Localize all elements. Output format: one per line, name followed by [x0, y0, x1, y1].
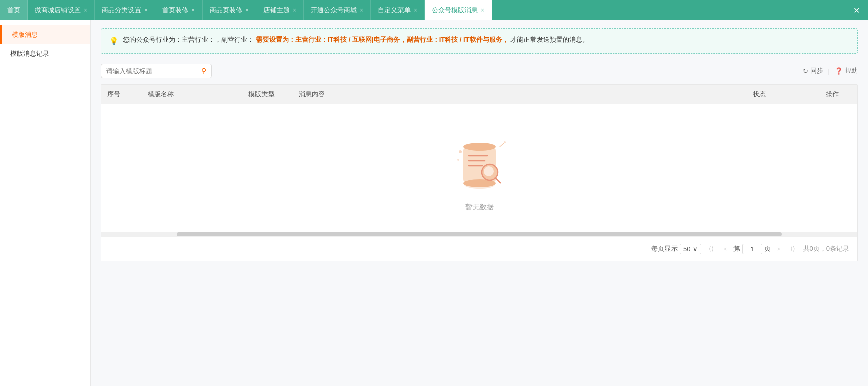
chevron-down-icon: ∨ [693, 245, 698, 253]
tab-mall[interactable]: 开通公众号商城 × [304, 0, 371, 20]
scrollbar-thumb[interactable] [177, 232, 782, 236]
tab-menu-label: 自定义菜单 [378, 6, 411, 15]
tab-homepage-label: 首页装修 [162, 6, 188, 15]
col-seq: 序号 [101, 85, 142, 104]
svg-point-10 [459, 150, 462, 153]
last-page-button[interactable]: ⟩⟩ [787, 243, 799, 255]
sidebar: 模版消息 模版消息记录 [0, 20, 91, 386]
svg-point-11 [457, 159, 459, 161]
table-header: 序号 模版名称 模版类型 消息内容 状态 操作 [101, 85, 857, 104]
pagination: 每页显示 50 ∨ ⟨⟨ ＜ 第 页 ＞ ⟩⟩ 共0页，0条记录 [101, 236, 857, 261]
tab-theme-close[interactable]: × [293, 7, 296, 14]
search-input[interactable] [106, 67, 201, 75]
col-type: 模版类型 [242, 85, 293, 104]
toolbar-divider: | [828, 67, 830, 75]
svg-point-8 [484, 166, 494, 176]
alert-box: 💡 您的公众号行业为：主营行业：，副营行业： 需要设置为：主营行业：IT科技 /… [101, 28, 858, 54]
page-suffix: 页 [764, 244, 771, 253]
help-circle-icon: ❓ [835, 67, 843, 75]
tab-template-close[interactable]: × [481, 7, 484, 14]
tab-template-label: 公众号模版消息 [432, 6, 478, 15]
page-size-value: 50 [683, 245, 690, 253]
alert-suffix: 才能正常发送预置的消息。 [510, 36, 589, 43]
tab-category[interactable]: 商品分类设置 × [95, 0, 155, 20]
alert-icon: 💡 [109, 35, 119, 47]
sidebar-item-template-msg[interactable]: 模版消息 [0, 25, 90, 44]
tab-product-label: 商品页装修 [210, 6, 242, 15]
page-number-input[interactable] [742, 244, 762, 254]
tab-home-label: 首页 [7, 6, 20, 15]
alert-prefix: 您的公众号行业为：主营行业：，副营行业： [123, 36, 254, 43]
page-nav: ⟨⟨ ＜ 第 页 ＞ ⟩⟩ [705, 243, 799, 255]
help-button[interactable]: ❓ 帮助 [835, 66, 858, 75]
tab-weshop-close[interactable]: × [84, 7, 87, 14]
tab-mall-close[interactable]: × [360, 7, 363, 14]
svg-point-2 [463, 143, 496, 151]
tab-theme-label: 店铺主题 [263, 6, 290, 15]
toolbar-right: ↻ 同步 | ❓ 帮助 [803, 66, 858, 75]
col-content: 消息内容 [293, 85, 747, 104]
page-size-label: 每页显示 [651, 244, 678, 253]
tab-product[interactable]: 商品页装修 × [203, 0, 256, 20]
help-label: 帮助 [845, 66, 858, 75]
tab-category-close[interactable]: × [144, 7, 148, 14]
page-size-select-box[interactable]: 50 ∨ [680, 244, 701, 254]
tab-weshop[interactable]: 微商城店铺设置 × [28, 0, 95, 20]
sidebar-item-template-msg-label: 模版消息 [12, 31, 38, 38]
tab-category-label: 商品分类设置 [102, 6, 141, 15]
tab-homepage-close[interactable]: × [191, 7, 195, 14]
prev-page-button[interactable]: ＜ [719, 243, 731, 255]
empty-state: 暂无数据 [101, 104, 857, 232]
page-prefix: 第 [733, 244, 740, 253]
sync-label: 同步 [810, 66, 823, 75]
tab-menu[interactable]: 自定义菜单 × [371, 0, 425, 20]
sidebar-item-template-log-label: 模版消息记录 [10, 50, 49, 57]
tab-template[interactable]: 公众号模版消息 × [425, 0, 492, 20]
tab-mall-label: 开通公众号商城 [311, 6, 357, 15]
alert-text: 您的公众号行业为：主营行业：，副营行业： 需要设置为：主营行业：IT科技 / 互… [123, 35, 589, 45]
first-page-button[interactable]: ⟨⟨ [705, 243, 717, 255]
tab-home[interactable]: 首页 [0, 0, 28, 20]
col-name: 模版名称 [142, 85, 242, 104]
total-info: 共0页，0条记录 [803, 244, 849, 253]
svg-line-9 [495, 178, 500, 183]
search-box[interactable]: ⚲ [101, 64, 212, 78]
top-nav: 首页 微商城店铺设置 × 商品分类设置 × 首页装修 × 商品页装修 × 店铺主… [0, 0, 868, 20]
empty-text: 暂无数据 [465, 203, 494, 212]
next-page-button[interactable]: ＞ [773, 243, 785, 255]
sync-button[interactable]: ↻ 同步 [803, 66, 823, 75]
svg-line-12 [500, 143, 504, 147]
page-size-selector: 每页显示 50 ∨ [651, 244, 701, 254]
tab-homepage[interactable]: 首页装修 × [155, 0, 203, 20]
data-table: 序号 模版名称 模版类型 消息内容 状态 操作 [101, 84, 858, 261]
col-status: 状态 [747, 85, 807, 104]
alert-highlight: 需要设置为：主营行业：IT科技 / 互联网|电子商务，副营行业：IT科技 / I… [256, 36, 509, 43]
empty-illustration [449, 134, 510, 195]
global-close-button[interactable]: ✕ [845, 6, 868, 15]
search-icon[interactable]: ⚲ [201, 67, 206, 75]
tab-theme[interactable]: 店铺主题 × [256, 0, 304, 20]
content-area: 💡 您的公众号行业为：主营行业：，副营行业： 需要设置为：主营行业：IT科技 /… [91, 20, 868, 386]
sidebar-item-template-log[interactable]: 模版消息记录 [0, 44, 90, 63]
tab-menu-close[interactable]: × [414, 7, 417, 14]
scrollbar-track[interactable] [101, 232, 857, 236]
main-layout: 模版消息 模版消息记录 💡 您的公众号行业为：主营行业：，副营行业： 需要设置为… [0, 20, 868, 386]
toolbar: ⚲ ↻ 同步 | ❓ 帮助 [101, 64, 858, 78]
tab-product-close[interactable]: × [245, 7, 249, 14]
tab-weshop-label: 微商城店铺设置 [35, 6, 81, 15]
sync-icon: ↻ [803, 67, 808, 75]
col-action: 操作 [807, 85, 857, 104]
svg-point-13 [504, 141, 506, 143]
